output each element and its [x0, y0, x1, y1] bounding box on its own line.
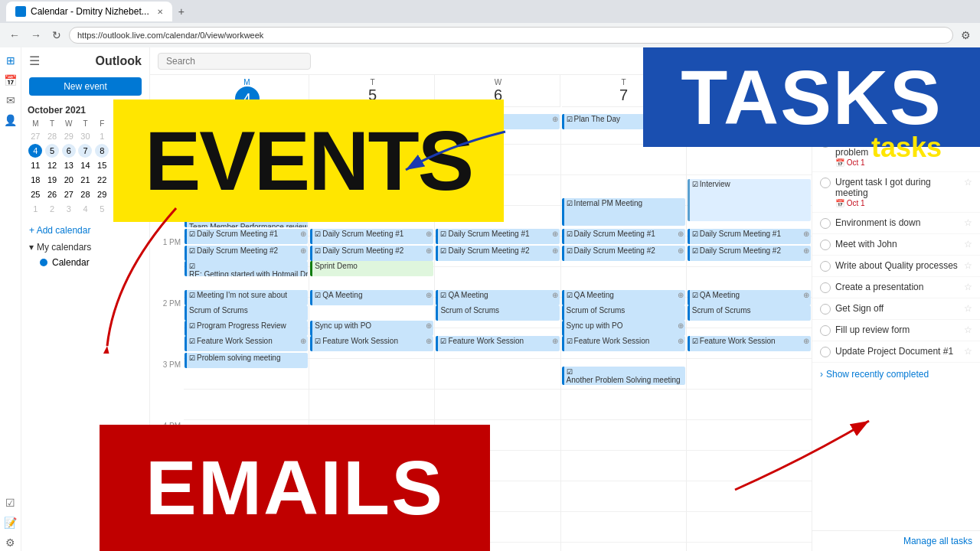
- event-interview-tue[interactable]: ☑Interview: [310, 179, 433, 221]
- event-settings-fri3-icon[interactable]: ⊕: [803, 246, 809, 255]
- event-daily-scrum2-fri[interactable]: ☑Daily Scrum Meeting #2⊕: [688, 246, 811, 261]
- event-feature-work-wed[interactable]: ☑Feature Work Session⊕: [436, 336, 559, 351]
- task-item-6[interactable]: Create a presentation ☆: [812, 277, 980, 298]
- address-bar[interactable]: [69, 27, 953, 44]
- event-settings-tue6-icon[interactable]: ⊕: [426, 337, 432, 345]
- event-internal-pm-thu[interactable]: ☑Internal PM Meeting: [562, 198, 685, 226]
- mini-cal-day-7b[interactable]: 7: [129, 202, 142, 216]
- event-settings-tue-icon[interactable]: ⊕: [426, 115, 432, 123]
- event-feature-work-thu[interactable]: ☑Feature Work Session⊕: [562, 336, 685, 351]
- mini-cal-day-3b[interactable]: 3: [62, 202, 76, 216]
- task-item-7[interactable]: Get Sign off ☆: [812, 298, 980, 320]
- event-qa-meeting-thu[interactable]: ☑QA Meeting⊕: [562, 290, 685, 305]
- nav-icon-people[interactable]: 👤: [2, 112, 19, 129]
- mini-cal-day-25[interactable]: 25: [28, 187, 42, 201]
- mini-cal-day-4[interactable]: 4: [28, 144, 42, 158]
- nav-icon-grid[interactable]: ⊞: [2, 52, 19, 69]
- event-settings-icon[interactable]: ⊕: [300, 115, 306, 123]
- event-settings-thu4-icon[interactable]: ⊕: [678, 291, 684, 299]
- event-create-presentation-mon[interactable]: ☑Create a presentation: [185, 131, 308, 148]
- mini-cal-day-28b[interactable]: 28: [78, 187, 92, 201]
- event-plan-the-day-wed[interactable]: ☑Plan The Day⊕: [436, 114, 559, 129]
- nav-icon-notes[interactable]: 📝: [2, 514, 19, 531]
- event-sync-po-thu[interactable]: Sync up with PO⊕: [562, 321, 685, 336]
- event-plan-the-day-fri[interactable]: ☑Plan The Day⊕: [688, 114, 811, 129]
- event-settings2-icon[interactable]: ⊕: [300, 230, 306, 238]
- event-settings-fri2-icon[interactable]: ⊕: [803, 230, 809, 238]
- mini-cal-day-6b[interactable]: 6: [112, 202, 126, 216]
- event-daily-scrum1-thu[interactable]: ☑Daily Scrum Meeting #1⊕: [562, 229, 685, 244]
- task-checkbox-6[interactable]: [820, 282, 831, 293]
- task-item-8[interactable]: Fill up review form ☆: [812, 320, 980, 341]
- event-program-progress-mon[interactable]: ☑Program Progress Review: [185, 321, 308, 336]
- task-star-0[interactable]: ☆: [964, 96, 972, 106]
- task-item-2[interactable]: Urgent task I got during meeting 📅 Oct 1…: [812, 172, 980, 213]
- mini-cal-day-23[interactable]: 23: [112, 173, 126, 187]
- mini-cal-day-29b[interactable]: 29: [95, 187, 109, 201]
- mini-cal-day-6[interactable]: 6: [62, 144, 76, 158]
- mini-cal-day-8[interactable]: 8: [95, 144, 109, 158]
- mini-cal-day-30a[interactable]: 30: [78, 129, 92, 143]
- event-settings-wed3-icon[interactable]: ⊕: [552, 246, 558, 255]
- refresh-button[interactable]: ↻: [49, 28, 64, 43]
- add-calendar-button[interactable]: + Add calendar: [29, 222, 142, 239]
- extensions-icon[interactable]: ⚙: [958, 28, 974, 43]
- mini-cal-day-21[interactable]: 21: [78, 173, 92, 187]
- event-settings-tue2-icon[interactable]: ⊕: [426, 230, 432, 238]
- task-star-9[interactable]: ☆: [964, 346, 972, 357]
- event-feature-work-mon[interactable]: ☑Feature Work Session⊕: [185, 336, 308, 351]
- task-star-5[interactable]: ☆: [964, 260, 972, 271]
- task-item-1[interactable]: Team member found a problem 📅 Oct 1 ☆: [812, 132, 980, 172]
- mini-cal-day-30b[interactable]: 30: [112, 187, 126, 201]
- event-plan-the-day-tue[interactable]: ☑Plan The Day⊕: [310, 114, 433, 129]
- event-daily-scrum1-mon[interactable]: ☑Daily Scrum Meeting #1⊕: [185, 229, 308, 244]
- event-qa-meeting-fri[interactable]: ☑QA Meeting⊕: [688, 290, 811, 305]
- mini-cal-day-2b[interactable]: 2: [45, 202, 59, 216]
- event-settings-wed-icon[interactable]: ⊕: [552, 115, 558, 123]
- task-checkbox-3[interactable]: [820, 218, 831, 229]
- task-star-8[interactable]: ☆: [964, 324, 972, 335]
- mini-cal-day-18[interactable]: 18: [28, 173, 42, 187]
- nav-icon-mail[interactable]: ✉: [2, 92, 19, 109]
- task-item-4[interactable]: Meet with John ☆: [812, 234, 980, 256]
- event-team-member-problem-mon[interactable]: ☑Team member found a problem: [185, 198, 308, 212]
- mini-cal-day-27b[interactable]: 27: [62, 187, 76, 201]
- add-task-button[interactable]: + Add a task: [812, 74, 980, 91]
- event-scrum-of-scrums-thu[interactable]: Scrum of Scrums: [562, 305, 685, 321]
- task-star-3[interactable]: ☆: [964, 217, 972, 228]
- task-star-4[interactable]: ☆: [964, 239, 972, 249]
- mini-cal-day-27a[interactable]: 27: [28, 129, 42, 143]
- task-checkbox-4[interactable]: [820, 240, 831, 250]
- event-settings4-icon[interactable]: ⊕: [300, 337, 306, 345]
- event-scrum-of-scrums-wed[interactable]: Scrum of Scrums: [436, 305, 559, 321]
- event-settings-tue3-icon[interactable]: ⊕: [426, 246, 432, 255]
- event-settings3-icon[interactable]: ⊕: [300, 246, 306, 255]
- mini-cal-day-12[interactable]: 12: [45, 158, 59, 172]
- task-star-2[interactable]: ☆: [964, 177, 972, 187]
- mini-cal-day-28a[interactable]: 28: [45, 129, 59, 143]
- mini-cal-day-11[interactable]: 11: [28, 158, 42, 172]
- task-star-1[interactable]: ☆: [964, 136, 972, 147]
- event-plan-the-day-thu[interactable]: ☑Plan The Day⊕: [562, 114, 685, 129]
- mini-cal-day-24[interactable]: 24: [129, 173, 142, 187]
- event-settings-wed4-icon[interactable]: ⊕: [552, 291, 558, 299]
- mini-cal-day-15[interactable]: 15: [95, 158, 109, 172]
- event-settings-thu5-icon[interactable]: ⊕: [678, 321, 684, 330]
- mini-cal-day-16[interactable]: 16: [112, 158, 126, 172]
- mini-cal-day-9[interactable]: 9: [112, 144, 126, 158]
- browser-tab-active[interactable]: Calendar - Dmitry Nizhebet... ✕: [6, 2, 172, 21]
- event-daily-scrum2-wed[interactable]: ☑Daily Scrum Meeting #2⊕: [436, 246, 559, 261]
- mini-cal-day-20[interactable]: 20: [62, 173, 76, 187]
- event-scrum-of-scrums-mon[interactable]: Scrum of Scrums: [185, 305, 308, 321]
- mini-cal-day-17[interactable]: 17: [129, 158, 142, 172]
- tab-close-icon[interactable]: ✕: [157, 8, 163, 16]
- event-settings-thu-icon[interactable]: ⊕: [678, 115, 684, 123]
- event-settings-thu3-icon[interactable]: ⊕: [678, 246, 684, 255]
- mini-cal-day-22[interactable]: 22: [95, 173, 109, 187]
- event-settings-thu2-icon[interactable]: ⊕: [678, 230, 684, 238]
- event-settings-tue4-icon[interactable]: ⊕: [426, 291, 432, 299]
- event-meeting-notsure-mon[interactable]: ☑Meeting I'm not sure about: [185, 290, 308, 305]
- calendar-item[interactable]: Calendar: [29, 256, 142, 269]
- task-item-9[interactable]: Update Project Document #1 ☆: [812, 341, 980, 363]
- new-tab-icon[interactable]: +: [172, 2, 191, 21]
